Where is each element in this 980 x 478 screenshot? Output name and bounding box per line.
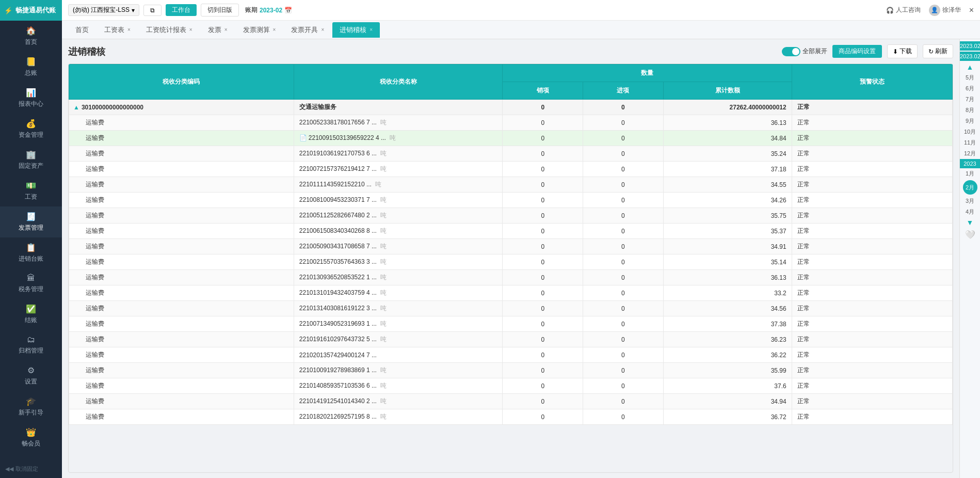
cal-month-12[interactable]: 12月	[960, 148, 980, 159]
table-row[interactable]: 运输费 2210130936520853522 1 ... 吨 0 0 36.1…	[69, 270, 953, 285]
pin-icon: ◀◀	[5, 466, 13, 472]
table-row[interactable]: 运输费 2210100919278983869 1 ... 吨 0 0 35.9…	[69, 363, 953, 378]
sidebar-label-5: 工资	[25, 193, 37, 201]
table-row[interactable]: 运输费 2210131019432403759 4 ... 吨 0 0 33.2…	[69, 285, 953, 301]
cal-up-arrow[interactable]: ▲	[960, 62, 980, 72]
sidebar-item-13[interactable]: 👑畅会员	[0, 422, 62, 453]
sidebar-item-0[interactable]: 🏠首页	[0, 21, 62, 52]
toggle-all[interactable]: 全部展开	[782, 47, 827, 56]
cell-name-17: 运输费	[69, 363, 294, 378]
sidebar-item-1[interactable]: 📒总账	[0, 52, 62, 83]
cal-month-1[interactable]: 1月	[960, 168, 980, 179]
tab-发票开具[interactable]: 发票开具×	[284, 22, 331, 38]
user-menu[interactable]: 👤 徐泽华	[929, 5, 961, 16]
cal-month-10[interactable]: 10月	[960, 126, 980, 137]
tab-发票测算[interactable]: 发票测算×	[236, 22, 283, 38]
cell-sales-16: 0	[503, 347, 583, 363]
sidebar-item-2[interactable]: 📊报表中心	[0, 83, 62, 114]
tab-发票[interactable]: 发票×	[201, 22, 235, 38]
cell-status-1: 正常	[792, 115, 952, 131]
cal-month-2-active[interactable]: 2月	[963, 180, 977, 195]
cal-down-arrow[interactable]: ▼	[960, 217, 980, 228]
commodity-btn[interactable]: 商品编码设置	[832, 45, 882, 58]
sidebar-item-7[interactable]: 📋进销台账	[0, 237, 62, 268]
toggle-switch[interactable]	[782, 47, 800, 56]
cell-purchase-2: 0	[583, 131, 664, 146]
cell-cumulative-7: 35.75	[663, 208, 792, 224]
cal-month-11[interactable]: 11月	[960, 137, 980, 148]
cell-sales-0: 0	[503, 100, 583, 115]
tab-close-1[interactable]: ×	[127, 27, 131, 33]
table-row[interactable]: 运输费 2210050903431708658 7 ... 吨 0 0 34.9…	[69, 239, 953, 254]
table-row[interactable]: 运输费 2210021557035764363 3 ... 吨 0 0 35.1…	[69, 254, 953, 270]
cal-month-5[interactable]: 5月	[960, 72, 980, 83]
table-row[interactable]: 运输费 2210052338178017656 7 ... 吨 0 0 36.1…	[69, 115, 953, 131]
tab-工资表[interactable]: 工资表×	[97, 22, 138, 38]
table-row[interactable]: 运输费 2210071349052319693 1 ... 吨 0 0 37.3…	[69, 316, 953, 332]
company-selector[interactable]: (勿动) 江西报宝-LSS ▾	[68, 4, 139, 16]
switch-button[interactable]: 切到旧版	[201, 4, 239, 17]
cal-month-6[interactable]: 6月	[960, 83, 980, 94]
period-selector[interactable]: 账期 2023-02 📅	[245, 6, 292, 14]
tab-close-5[interactable]: ×	[321, 27, 324, 33]
cell-purchase-18: 0	[583, 378, 664, 394]
sidebar-item-4[interactable]: 🏢固定资产	[0, 145, 62, 176]
table-row[interactable]: 运输费 2210061508340340268 8 ... 吨 0 0 35.3…	[69, 224, 953, 239]
cal-month-9[interactable]: 9月	[960, 116, 980, 126]
download-btn[interactable]: ⬇ 下载	[887, 44, 918, 58]
tab-close-3[interactable]: ×	[224, 27, 228, 33]
table-row[interactable]: 运输费 2210072157376219412 7 ... 吨 0 0 37.1…	[69, 162, 953, 177]
table-row[interactable]: 运输费 📄2210091503139659222 4 ... 吨 0 0 34.…	[69, 131, 953, 146]
table-row[interactable]: 运输费 2210140859357103536 6 ... 吨 0 0 37.6…	[69, 378, 953, 394]
cell-cumulative-13: 34.56	[663, 301, 792, 316]
cell-cumulative-19: 34.94	[663, 394, 792, 409]
cell-invoice-10: 2210021557035764363 3 ... 吨	[294, 254, 503, 270]
cell-status-11: 正常	[792, 270, 952, 285]
tab-close-4[interactable]: ×	[273, 27, 276, 33]
cal-month-4[interactable]: 4月	[960, 206, 980, 217]
cell-sales-2: 0	[503, 131, 583, 146]
table-row[interactable]: 运输费 2210081009453230371 7 ... 吨 0 0 34.2…	[69, 193, 953, 208]
table-row[interactable]: 运输费 2210191036192170753 6 ... 吨 0 0 35.2…	[69, 146, 953, 162]
page-header: 进销稽核 全部展开 商品编码设置 ⬇ 下载 ↻ 刷新	[68, 44, 953, 58]
sidebar-item-6[interactable]: 🧾发票管理	[0, 206, 62, 237]
close-icon[interactable]: ×	[969, 6, 974, 15]
cal-month-8[interactable]: 8月	[960, 105, 980, 116]
tab-工资统计报表[interactable]: 工资统计报表×	[139, 22, 200, 38]
table-row[interactable]: 运输费 2210191610297643732 5 ... 吨 0 0 36.2…	[69, 332, 953, 347]
sidebar-item-3[interactable]: 💰资金管理	[0, 114, 62, 145]
sidebar-item-12[interactable]: 🎓新手引导	[0, 391, 62, 422]
cal-month-3[interactable]: 3月	[960, 196, 980, 206]
cell-name-1: 运输费	[69, 115, 294, 131]
col-status: 预警状态	[792, 65, 952, 100]
cell-sales-12: 0	[503, 285, 583, 301]
sidebar-item-10[interactable]: 🗂归档管理	[0, 330, 62, 360]
cal-month-7[interactable]: 7月	[960, 94, 980, 105]
sidebar-item-9[interactable]: ✅结账	[0, 299, 62, 330]
tab-首页[interactable]: 首页	[68, 22, 96, 38]
tab-close-6[interactable]: ×	[369, 27, 373, 33]
sidebar-icon-4: 🏢	[26, 150, 36, 160]
cell-cumulative-12: 33.2	[663, 285, 792, 301]
tab-进销稽核[interactable]: 进销稽核×	[332, 22, 380, 38]
table-row[interactable]: 运输费 2210111143592152210 ... 吨 0 0 34.55 …	[69, 177, 953, 193]
sidebar-item-11[interactable]: ⚙设置	[0, 360, 62, 391]
table-row[interactable]: 运输费 2210182021269257195 8 ... 吨 0 0 36.7…	[69, 409, 953, 425]
sidebar-item-8[interactable]: 🏛税务管理	[0, 268, 62, 299]
refresh-btn[interactable]: ↻ 刷新	[923, 44, 953, 58]
table-row[interactable]: 运输费 2210051125282667480 2 ... 吨 0 0 35.7…	[69, 208, 953, 224]
cell-purchase-16: 0	[583, 347, 664, 363]
sidebar-footer[interactable]: ◀◀ 取消固定	[0, 460, 62, 478]
support-link[interactable]: 🎧 人工咨询	[886, 6, 921, 14]
copy-button[interactable]: ⧉	[143, 5, 162, 16]
table-row[interactable]: ▲301000000000000000 交通运输服务 0 0 27262.400…	[69, 100, 953, 115]
sidebar-item-5[interactable]: 💵工资	[0, 176, 62, 206]
table-row[interactable]: 运输费 2210201357429400124 7 ... 0 0 36.22 …	[69, 347, 953, 363]
table-row[interactable]: 运输费 2210141912541014340 2 ... 吨 0 0 34.9…	[69, 394, 953, 409]
cell-sales-19: 0	[503, 394, 583, 409]
cell-invoice-20: 2210182021269257195 8 ... 吨	[294, 409, 503, 425]
table-row[interactable]: 运输费 2210131403081619122 3 ... 吨 0 0 34.5…	[69, 301, 953, 316]
tab-close-2[interactable]: ×	[189, 27, 192, 33]
cell-purchase-4: 0	[583, 162, 664, 177]
workbench-button[interactable]: 工作台	[166, 4, 197, 16]
